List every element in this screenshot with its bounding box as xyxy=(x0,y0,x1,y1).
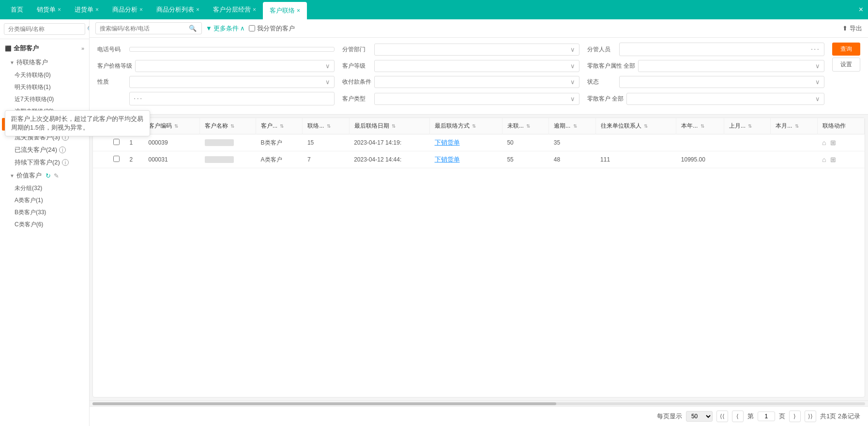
page-number-input[interactable] xyxy=(758,411,775,421)
payment-select[interactable]: ∨ xyxy=(374,76,579,88)
sidebar-collapse-arrow[interactable]: » xyxy=(81,45,84,51)
table-header-last-contact-method[interactable]: 最后联络方式 ⇅ xyxy=(430,118,503,134)
nav-item-purchase[interactable]: 进货单 × xyxy=(68,0,106,19)
chevron-down-icon: ∨ xyxy=(815,78,820,86)
nav-item-sales[interactable]: 销货单 × xyxy=(30,0,68,19)
table-header-contact-count[interactable]: 联络... ⇅ xyxy=(303,118,349,134)
last-page-button[interactable]: ⟩⟩ xyxy=(805,411,816,422)
table-header-name[interactable]: 客户名称 ⇅ xyxy=(200,118,256,134)
row-checkbox-1[interactable] xyxy=(108,134,125,151)
row-type-2: A类客户 xyxy=(256,151,303,168)
retail-customer-select[interactable]: ∨ xyxy=(626,93,824,105)
row-contact-2: 7 xyxy=(303,151,349,168)
row-action-1: ⌂ ⊞ xyxy=(817,134,864,151)
customer-level-select[interactable]: ∨ xyxy=(374,60,579,72)
filter-icon: ▼ xyxy=(206,25,212,32)
row-company-contact-1 xyxy=(595,134,676,151)
tree-leaf-c-class[interactable]: C类客户(6) xyxy=(0,219,89,231)
nav-item-product-analysis-list[interactable]: 商品分析列表 × xyxy=(150,0,206,19)
table-header-overdue[interactable]: 逾期... ⇅ xyxy=(549,118,595,134)
last-method-link-1[interactable]: 下销货单 xyxy=(435,139,460,146)
table-header-this-month[interactable]: 本月... ⇅ xyxy=(771,118,817,134)
table-header-last-contact-date[interactable]: 最后联络日期 ⇅ xyxy=(349,118,429,134)
tree-group-pending-contact[interactable]: ▼ 待联络客户 xyxy=(0,56,89,69)
per-page-select[interactable]: 50 20 100 xyxy=(686,411,713,422)
dept-select[interactable]: ∨ xyxy=(374,44,579,56)
extra-dots[interactable]: ··· xyxy=(129,92,335,105)
table-header-last-month[interactable]: 上月... ⇅ xyxy=(724,118,771,134)
window-close-button[interactable]: × xyxy=(859,5,863,14)
tree-leaf-today-pending[interactable]: 今天待联络(0) xyxy=(0,69,89,81)
tree-group-value-customers[interactable]: ▼ 价值客户 ↻ ✎ xyxy=(0,169,89,182)
sidebar-search-area: 🔍 xyxy=(0,19,89,39)
customer-type-select[interactable]: ∨ xyxy=(374,93,579,105)
tree-leaf-declining[interactable]: 持续下滑客户(2) i xyxy=(0,156,89,169)
nav-item-customer-tier[interactable]: 客户分层经营 × xyxy=(206,0,263,19)
more-action-icon-1[interactable]: ⊞ xyxy=(830,139,836,147)
close-icon[interactable]: × xyxy=(139,0,143,19)
last-method-link-2[interactable]: 下销货单 xyxy=(435,156,460,163)
contact-action-icon-1[interactable]: ⌂ xyxy=(822,139,826,147)
row-code-2: 000031 xyxy=(144,151,200,168)
row-select-checkbox-2[interactable] xyxy=(113,156,120,162)
row-select-checkbox-1[interactable] xyxy=(113,139,120,145)
table-header-code[interactable]: 客户编码 ⇅ xyxy=(144,118,200,134)
person-select[interactable]: ··· xyxy=(619,43,824,56)
filter-search-icon[interactable]: 🔍 xyxy=(189,25,197,32)
filter-row-3: 性质 ∨ 收付款条件 ∨ xyxy=(97,76,824,88)
my-customers-check[interactable] xyxy=(249,25,255,31)
total-info: 共1页 2条记录 xyxy=(820,412,860,421)
row-this-month-2 xyxy=(771,151,817,168)
row-unpaid-1: 50 xyxy=(502,134,548,151)
edit-icon[interactable]: ✎ xyxy=(54,172,59,179)
filter-bar: 🔍 ▼ 更多条件 ∧ 我分管的客户 ⬆ 导出 xyxy=(90,19,868,38)
my-customers-checkbox[interactable]: 我分管的客户 xyxy=(249,24,295,33)
table-header-company-contact[interactable]: 往来单位联系人 ⇅ xyxy=(595,118,676,134)
table-header-this-year[interactable]: 本年... ⇅ xyxy=(676,118,724,134)
table-header-unpaid[interactable]: 未联... ⇅ xyxy=(502,118,548,134)
tree-leaf-a-class[interactable]: A类客户(1) xyxy=(0,194,89,206)
row-checkbox-2[interactable] xyxy=(108,151,125,168)
query-button[interactable]: 查询 xyxy=(832,43,860,56)
tree-leaf-churned[interactable]: 已流失客户(24) i xyxy=(0,144,89,156)
settings-button[interactable]: 设置 xyxy=(832,58,860,72)
tree-leaf-b-class[interactable]: B类客户(33) xyxy=(0,206,89,219)
more-action-icon-2[interactable]: ⊞ xyxy=(830,156,836,163)
row-last-method-1[interactable]: 下销货单 xyxy=(430,134,503,151)
close-icon[interactable]: × xyxy=(196,0,199,19)
export-button[interactable]: ⬆ 导出 xyxy=(842,24,862,33)
refresh-icon[interactable]: ↻ xyxy=(46,172,51,179)
row-gear-2 xyxy=(93,151,108,168)
nav-item-product-analysis[interactable]: 商品分析 × xyxy=(106,0,150,19)
scrollbar-thumb[interactable] xyxy=(92,402,556,405)
contact-action-icon-2[interactable]: ⌂ xyxy=(822,156,826,163)
phone-input[interactable] xyxy=(129,47,335,52)
close-icon[interactable]: × xyxy=(297,2,300,19)
sidebar-search-input[interactable] xyxy=(4,23,85,35)
retail-attr-select[interactable]: ∨ xyxy=(638,60,824,72)
more-conditions-toggle[interactable]: ▼ 更多条件 ∧ xyxy=(206,24,245,33)
tree-leaf-7days-pending[interactable]: 近7天待联络(0) xyxy=(0,93,89,105)
table-header-action: 联络动作 xyxy=(817,118,864,134)
filter-search-input[interactable] xyxy=(100,25,187,32)
tree-all-customers[interactable]: ⬛ 全部客户 » xyxy=(0,41,89,56)
status-select[interactable]: ∨ xyxy=(619,76,824,88)
table-header-type[interactable]: 客户... ⇅ xyxy=(256,118,303,134)
nav-item-home[interactable]: 首页 xyxy=(4,0,30,19)
tree-leaf-ungrouped[interactable]: 未分组(32) xyxy=(0,182,89,194)
close-icon[interactable]: × xyxy=(253,0,256,19)
filter-actions: 查询 设置 xyxy=(832,43,860,72)
prev-page-button[interactable]: ⟨ xyxy=(732,411,744,422)
horizontal-scrollbar[interactable] xyxy=(90,400,868,406)
tree-leaf-tomorrow-pending[interactable]: 明天待联络(1) xyxy=(0,81,89,93)
close-icon[interactable]: × xyxy=(58,0,61,19)
price-level-select[interactable]: ∨ xyxy=(135,60,335,72)
nav-item-customer-contact[interactable]: 客户联络 × xyxy=(263,2,307,19)
chevron-down-icon: ∨ xyxy=(570,78,575,86)
nature-select[interactable]: ∨ xyxy=(129,76,335,88)
next-page-button[interactable]: ⟩ xyxy=(789,411,801,422)
filter-field-dots: ··· xyxy=(97,92,335,105)
row-last-method-2[interactable]: 下销货单 xyxy=(430,151,503,168)
first-page-button[interactable]: ⟨⟨ xyxy=(716,411,728,422)
close-icon[interactable]: × xyxy=(95,0,99,19)
